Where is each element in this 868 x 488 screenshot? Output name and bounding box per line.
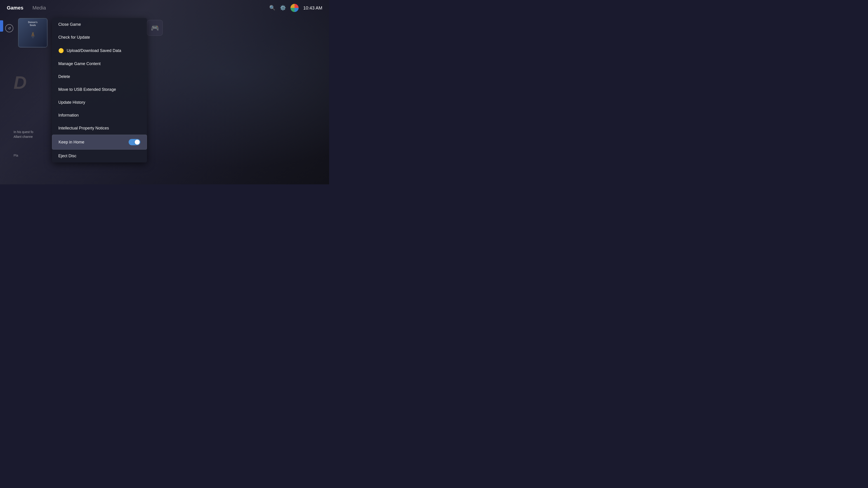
description-line1: In his quest fo <box>13 130 33 134</box>
nav-games[interactable]: Games <box>7 5 23 11</box>
game-thumb-figure: 🧍 <box>29 31 37 39</box>
context-menu: Close Game Check for Update 🟡 Upload/Dow… <box>52 18 147 162</box>
close-game-label: Close Game <box>58 22 81 27</box>
game-thumb-title: Demon'sSouls <box>20 21 45 27</box>
keep-home-toggle[interactable] <box>129 139 141 145</box>
nav-right-icons: 🔍 ⚙️ 10:43 AM <box>269 4 322 12</box>
top-navigation: Games Media 🔍 ⚙️ 10:43 AM <box>0 0 329 16</box>
settings-icon[interactable]: ⚙️ <box>280 5 286 11</box>
move-usb-label: Move to USB Extended Storage <box>58 87 116 92</box>
ip-notices-label: Intellectual Property Notices <box>58 126 109 131</box>
menu-item-eject-disc[interactable]: Eject Disc <box>52 150 147 162</box>
clock-display: 10:43 AM <box>303 5 322 11</box>
game-thumbnail[interactable]: Demon'sSouls 🧍 <box>18 18 48 47</box>
menu-item-keep-home[interactable]: Keep in Home <box>52 135 147 150</box>
manage-content-label: Manage Game Content <box>58 61 101 66</box>
menu-item-move-usb[interactable]: Move to USB Extended Storage <box>52 83 147 96</box>
eject-disc-label: Eject Disc <box>58 154 76 158</box>
delete-label: Delete <box>58 74 70 79</box>
sidebar-bookmark <box>0 20 3 32</box>
recent-icon: ↺ <box>5 24 13 32</box>
play-area: Pla <box>13 154 18 157</box>
menu-item-upload-download[interactable]: 🟡 Upload/Download Saved Data <box>52 44 147 57</box>
nav-media[interactable]: Media <box>32 5 46 11</box>
playstation-logo <box>290 4 299 12</box>
menu-item-ip-notices[interactable]: Intellectual Property Notices <box>52 122 147 135</box>
information-label: Information <box>58 113 79 118</box>
toggle-knob <box>135 140 140 144</box>
check-update-label: Check for Update <box>58 35 90 40</box>
background <box>0 0 329 184</box>
menu-item-check-update[interactable]: Check for Update <box>52 31 147 44</box>
menu-item-delete[interactable]: Delete <box>52 70 147 83</box>
update-history-label: Update History <box>58 100 85 105</box>
search-icon[interactable]: 🔍 <box>269 5 275 11</box>
keep-home-label: Keep in Home <box>59 140 84 144</box>
controller-icon: 🎮 <box>151 24 159 32</box>
menu-item-close-game[interactable]: Close Game <box>52 18 147 31</box>
game-thumb-inner: Demon'sSouls 🧍 <box>19 19 47 47</box>
play-label: Pla <box>13 154 18 157</box>
controller-button[interactable]: 🎮 <box>147 20 163 36</box>
menu-item-manage-content[interactable]: Manage Game Content <box>52 57 147 70</box>
sidebar-recent-button[interactable]: ↺ <box>4 23 15 34</box>
game-logo-area: D <box>13 72 27 93</box>
menu-item-information[interactable]: Information <box>52 109 147 122</box>
upload-download-label: Upload/Download Saved Data <box>67 48 121 53</box>
ps-plus-icon: 🟡 <box>58 48 64 53</box>
game-logo-text: D <box>13 72 27 93</box>
description-line2: Allant channe <box>13 134 33 139</box>
menu-item-update-history[interactable]: Update History <box>52 96 147 109</box>
game-description: In his quest fo Allant channe <box>13 130 33 139</box>
